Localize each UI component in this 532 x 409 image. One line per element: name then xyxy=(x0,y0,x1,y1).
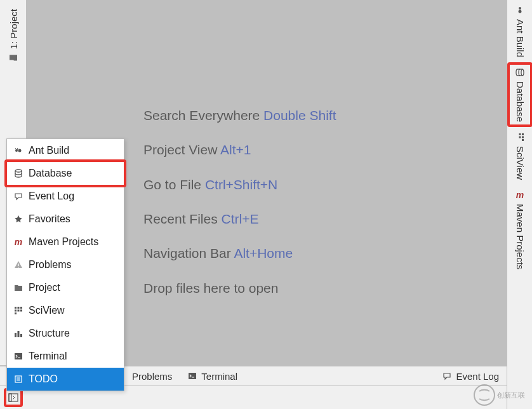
popup-item-problems[interactable]: Problems xyxy=(7,253,124,276)
svg-point-20 xyxy=(519,10,522,13)
grid-icon xyxy=(13,305,23,316)
popup-item-project[interactable]: Project xyxy=(7,276,124,299)
folder-icon xyxy=(8,53,18,63)
svg-rect-22 xyxy=(522,133,524,135)
star-icon xyxy=(13,214,23,224)
svg-rect-13 xyxy=(15,312,17,314)
svg-rect-9 xyxy=(20,307,22,309)
project-tool-tab-label: 1: Project xyxy=(8,9,19,49)
popup-item-maven-projects[interactable]: m Maven Projects xyxy=(7,231,124,253)
right-tool-gutter: Ant Build Database SciView m Maven Proje… xyxy=(507,0,532,409)
sciview-tool-tab[interactable]: SciView xyxy=(507,127,532,185)
ant-build-tool-tab[interactable]: Ant Build xyxy=(507,0,532,62)
help-tip-recent-files: Recent Files Ctrl+E xyxy=(143,210,336,228)
database-tool-tab[interactable]: Database xyxy=(507,62,532,127)
help-tip-text: Search Everywhere xyxy=(143,108,260,123)
popup-item-label: Structure xyxy=(29,328,70,339)
popup-item-favorites[interactable]: Favorites xyxy=(7,208,124,231)
svg-rect-15 xyxy=(18,331,20,337)
help-tip-search-everywhere: Search Everywhere Double Shift xyxy=(143,107,336,124)
help-tip-shortcut: Ctrl+E xyxy=(222,211,259,226)
popup-item-ant-build[interactable]: Ant Build xyxy=(7,139,124,162)
folder-icon xyxy=(13,283,23,293)
svg-rect-12 xyxy=(20,310,22,312)
help-tip-text: Go to File xyxy=(143,177,201,192)
grid-icon xyxy=(515,132,525,142)
help-tip-shortcut: Alt+1 xyxy=(220,142,251,157)
svg-point-4 xyxy=(15,170,22,172)
speech-bubble-icon xyxy=(442,371,452,381)
tool-tab-label: Maven Projects xyxy=(515,204,526,269)
popup-item-sciview[interactable]: SciView xyxy=(7,299,124,322)
svg-rect-10 xyxy=(15,310,17,312)
tool-tab-label: Problems xyxy=(132,371,172,382)
svg-rect-26 xyxy=(519,137,521,138)
popup-item-structure[interactable]: Structure xyxy=(7,322,124,345)
svg-rect-23 xyxy=(522,137,524,138)
terminal-tool-tab[interactable]: Terminal xyxy=(180,366,245,386)
warning-icon xyxy=(13,260,23,270)
database-icon xyxy=(515,67,525,77)
svg-rect-5 xyxy=(18,264,18,266)
maven-icon: m xyxy=(515,190,525,200)
tool-tab-label: Terminal xyxy=(201,371,237,382)
help-tip-text: Project View xyxy=(143,142,217,157)
svg-rect-27 xyxy=(189,373,196,379)
popup-item-label: Maven Projects xyxy=(29,236,98,248)
problems-tool-tab[interactable]: Problems xyxy=(124,366,180,386)
popup-item-label: Ant Build xyxy=(29,145,69,156)
ant-icon xyxy=(13,145,23,156)
help-tip-text: Drop files here to open xyxy=(143,281,278,295)
project-tool-tab[interactable]: 1: Project xyxy=(0,4,27,68)
tool-tab-label: Event Log xyxy=(456,371,499,382)
svg-rect-25 xyxy=(519,133,521,135)
help-tip-shortcut: Double Shift xyxy=(263,108,336,123)
tool-window-layout-icon xyxy=(8,392,18,403)
tool-tab-label: Ant Build xyxy=(515,19,526,57)
structure-icon xyxy=(13,328,23,339)
help-tip-text: Recent Files xyxy=(143,211,218,226)
tool-tab-label: Database xyxy=(515,81,526,122)
help-tip-navigation-bar: Navigation Bar Alt+Home xyxy=(143,245,336,262)
svg-rect-7 xyxy=(15,307,17,309)
help-tip-shortcut: Alt+Home xyxy=(234,246,293,260)
svg-rect-11 xyxy=(18,310,20,312)
terminal-icon xyxy=(13,351,23,361)
popup-item-label: Favorites xyxy=(29,213,70,225)
terminal-icon xyxy=(187,371,197,381)
popup-item-label: Project xyxy=(29,282,60,293)
welcome-help-panel: Search Everywhere Double Shift Project V… xyxy=(143,107,336,314)
help-tip-text: Navigation Bar xyxy=(143,246,231,260)
svg-line-3 xyxy=(17,148,18,150)
svg-point-1 xyxy=(18,149,22,152)
svg-point-21 xyxy=(521,69,524,76)
popup-item-label: SciView xyxy=(29,305,65,316)
ant-icon xyxy=(515,5,525,15)
help-tip-shortcut: Ctrl+Shift+N xyxy=(205,177,277,192)
tool-tab-label: SciView xyxy=(515,146,526,180)
popup-item-database[interactable]: Database xyxy=(7,162,124,185)
popup-item-label: Database xyxy=(29,168,72,179)
svg-rect-28 xyxy=(9,394,18,401)
popup-item-label: Problems xyxy=(29,259,72,271)
popup-item-terminal[interactable]: Terminal xyxy=(7,345,124,368)
svg-point-19 xyxy=(519,7,521,10)
watermark-text: 创新互联 xyxy=(497,391,525,400)
popup-item-event-log[interactable]: Event Log xyxy=(7,185,124,208)
popup-item-label: TODO xyxy=(29,373,58,385)
help-tip-project-view: Project View Alt+1 xyxy=(143,141,336,159)
svg-rect-17 xyxy=(15,353,22,359)
todo-icon xyxy=(13,374,23,384)
popup-item-todo[interactable]: TODO xyxy=(7,368,124,391)
svg-rect-14 xyxy=(15,333,17,337)
maven-projects-tool-tab[interactable]: m Maven Projects xyxy=(507,185,532,274)
watermark-logo: 创新互联 xyxy=(467,382,531,408)
help-tip-drop-files: Drop files here to open xyxy=(143,279,336,297)
popup-item-label: Event Log xyxy=(29,191,74,202)
watermark-icon xyxy=(473,384,496,406)
speech-bubble-icon xyxy=(13,191,23,201)
svg-point-30 xyxy=(474,385,495,405)
svg-rect-8 xyxy=(18,307,20,309)
tool-windows-popup: Ant Build Database Event Log Favorites m… xyxy=(6,138,124,391)
svg-rect-6 xyxy=(18,267,18,267)
